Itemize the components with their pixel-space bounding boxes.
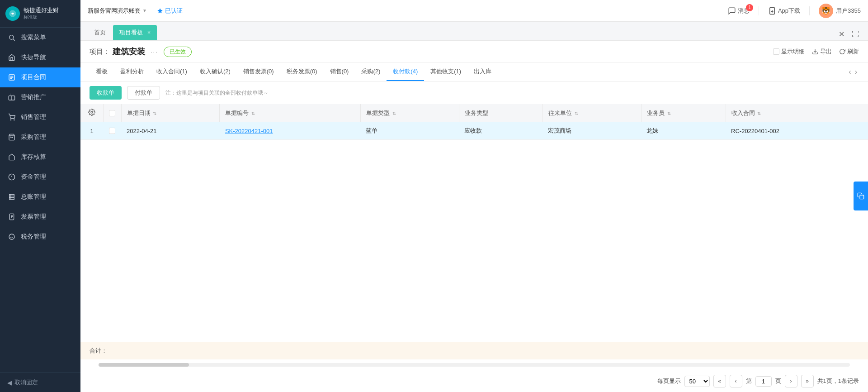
sub-tab-prev-button[interactable]: ‹	[847, 68, 853, 76]
sidebar-item-invoice[interactable]: 发票管理	[0, 207, 80, 227]
page-number-input[interactable]	[755, 376, 772, 387]
tab-project-board[interactable]: 项目看板 ×	[113, 25, 157, 40]
messages-button[interactable]: 消息 1	[728, 7, 750, 15]
toolbar-note: 注：这里是与项目关联的全部收付款单哦～	[165, 89, 269, 97]
th-salesman[interactable]: 业务员 ⇅	[641, 104, 726, 122]
sub-tab-purchase[interactable]: 采购(2)	[355, 63, 387, 81]
sort-icon: ⇅	[392, 111, 396, 116]
sidebar-item-quick-nav-label: 快捷导航	[21, 53, 46, 62]
sidebar-item-project-contract[interactable]: 项目合同	[0, 67, 80, 87]
tab-home-label: 首页	[94, 29, 106, 36]
sub-tab-next-button[interactable]: ›	[853, 68, 859, 76]
th-doc-type[interactable]: 单据类型 ⇅	[360, 104, 459, 122]
sub-tab-income-confirm[interactable]: 收入确认(2)	[193, 63, 237, 81]
sub-tab-kanban[interactable]: 看板	[90, 63, 114, 81]
topbar-divider-2	[809, 6, 810, 15]
cell-doc-no[interactable]: SK-20220421-001	[220, 122, 360, 140]
refresh-label: 刷新	[847, 48, 859, 56]
tab-home[interactable]: 首页	[88, 25, 112, 40]
cell-doc-date: 2022-04-21	[121, 122, 220, 140]
sub-tab-nav: ‹ ›	[847, 68, 859, 76]
per-page-select[interactable]: 50 100 200	[684, 376, 710, 387]
app-download-label: App下载	[778, 7, 800, 15]
close-window-button[interactable]: ✕	[837, 28, 846, 40]
float-action-button[interactable]	[854, 182, 868, 210]
contract-icon	[7, 73, 16, 82]
next-page-button[interactable]: ›	[785, 375, 797, 387]
prev-page-button[interactable]: ‹	[730, 375, 742, 387]
sub-tab-sales[interactable]: 销售(0)	[324, 63, 355, 81]
th-income-contract[interactable]: 收入合同 ⇅	[726, 104, 868, 122]
sub-tab-sales-invoice[interactable]: 销售发票(0)	[237, 63, 280, 81]
sort-icon: ⇅	[667, 111, 671, 116]
sidebar-item-funds[interactable]: 资金管理	[0, 167, 80, 187]
svg-point-28	[91, 111, 93, 113]
user-menu-button[interactable]: 🐯 用户3355	[819, 4, 861, 18]
th-partner[interactable]: 往来单位 ⇅	[542, 104, 641, 122]
app-edition: 标准版	[24, 14, 59, 20]
sidebar-item-marketing-label: 营销推广	[21, 93, 46, 101]
sort-icon: ⇅	[153, 111, 156, 116]
sidebar-item-invoice-label: 发票管理	[21, 213, 46, 221]
sidebar-item-search[interactable]: 搜索菜单	[0, 28, 80, 48]
sub-tab-profit[interactable]: 盈利分析	[114, 63, 150, 81]
maximize-window-button[interactable]: ⛶	[850, 29, 861, 40]
th-checkbox[interactable]	[103, 104, 121, 122]
app-download-button[interactable]: App下载	[768, 7, 800, 15]
topbar-left: 新服务官网演示账套 ▼ 已认证	[88, 7, 728, 15]
sidebar-item-sales[interactable]: 销售管理	[0, 107, 80, 127]
sidebar-item-ledger[interactable]: 总账管理	[0, 187, 80, 207]
workspace-selector[interactable]: 新服务官网演示账套 ▼	[88, 7, 147, 15]
cell-checkbox[interactable]	[103, 122, 121, 140]
sidebar-nav: 搜索菜单 快捷导航 项目合同 营销推广 销售管理	[0, 28, 80, 373]
last-page-button[interactable]: »	[801, 375, 814, 387]
sub-tab-receipt[interactable]: 收付款(4)	[387, 63, 424, 81]
content-area: 项目： 建筑安装 ··· 已生效 显示明细 导出 刷新	[80, 41, 868, 392]
project-more-button[interactable]: ···	[151, 48, 158, 55]
unpin-icon: ◀	[7, 379, 12, 386]
sidebar-footer-unpin[interactable]: ◀ 取消固定	[0, 373, 80, 392]
show-detail-label: 显示明细	[781, 48, 805, 56]
sub-tab-other-expense[interactable]: 其他收支(1)	[424, 63, 467, 81]
scroll-thumb[interactable]	[99, 363, 189, 367]
cell-salesman: 龙妹	[641, 122, 726, 140]
sub-tab-income-contract[interactable]: 收入合同(1)	[150, 63, 193, 81]
user-label: 用户3355	[836, 7, 861, 15]
svg-point-1	[9, 35, 14, 39]
sidebar-item-inventory[interactable]: 库存核算	[0, 147, 80, 167]
sub-tab-inout-storage[interactable]: 出入库	[467, 63, 498, 81]
sidebar-item-inventory-label: 库存核算	[21, 153, 46, 161]
th-doc-no[interactable]: 单据编号 ⇅	[220, 104, 360, 122]
horizontal-scrollbar[interactable]	[99, 363, 850, 367]
app-name: 畅捷通好业财	[24, 7, 59, 14]
sidebar-item-funds-label: 资金管理	[21, 173, 46, 181]
certified-badge: 已认证	[157, 7, 183, 15]
tab-close-icon[interactable]: ×	[147, 29, 151, 36]
bag-icon	[7, 133, 16, 142]
show-detail-toggle[interactable]: 显示明细	[773, 48, 805, 56]
sub-tab-tax-invoice[interactable]: 税务发票(0)	[280, 63, 324, 81]
topbar: 新服务官网演示账套 ▼ 已认证 消息 1 App下载 🐯 用户3355	[80, 0, 868, 22]
total-label: 共1页，1条记录	[817, 377, 859, 385]
topbar-right: 消息 1 App下载 🐯 用户3355	[728, 4, 861, 18]
first-page-button[interactable]: «	[713, 375, 726, 387]
receipt-btn[interactable]: 收款单	[90, 86, 122, 100]
sidebar-item-purchase[interactable]: 采购管理	[0, 127, 80, 147]
sidebar-item-quick-nav[interactable]: 快捷导航	[0, 48, 80, 67]
export-button[interactable]: 导出	[812, 48, 832, 56]
page-label: 第	[746, 377, 752, 385]
payment-btn[interactable]: 付款单	[127, 86, 160, 100]
cell-biz-type: 应收款	[459, 122, 542, 140]
show-detail-checkbox[interactable]	[773, 48, 779, 55]
table-row[interactable]: 1 2022-04-21 SK-20220421-001 蓝单 应收款 宏茂商场…	[80, 122, 868, 140]
th-doc-date[interactable]: 单据日期 ⇅	[121, 104, 220, 122]
sidebar-item-tax[interactable]: 税务管理	[0, 227, 80, 247]
sidebar-item-project-contract-label: 项目合同	[21, 73, 46, 81]
cell-income-contract: RC-20220401-002	[726, 122, 868, 140]
sidebar-item-marketing[interactable]: 营销推广	[0, 87, 80, 107]
sort-icon: ⇅	[757, 111, 761, 116]
refresh-button[interactable]: 刷新	[839, 48, 859, 56]
tax-icon	[7, 232, 16, 241]
ledger-icon	[7, 192, 16, 201]
th-settings[interactable]	[80, 104, 103, 122]
